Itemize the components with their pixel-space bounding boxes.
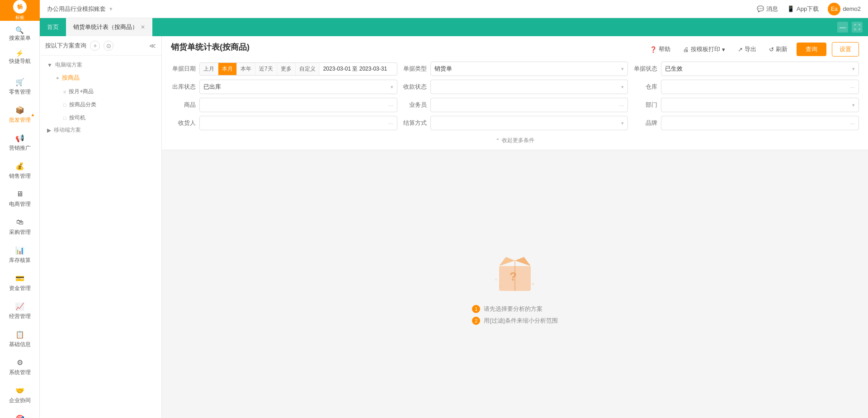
date-tab-this-month[interactable]: 本月: [218, 63, 237, 75]
product-ellipsis[interactable]: ···: [199, 98, 397, 112]
edit-scheme-btn[interactable]: ⊙: [104, 41, 113, 51]
message-icon: 💬: [757, 5, 764, 12]
settings-button[interactable]: 设置: [832, 42, 859, 57]
industry-dropdown-arrow[interactable]: ▾: [109, 5, 113, 12]
refresh-btn[interactable]: ↺ 刷新: [765, 43, 791, 55]
filter-field-status: 单据状态 已生效 ▾: [632, 62, 859, 76]
tab-minimize-btn[interactable]: —: [837, 22, 848, 33]
message-btn[interactable]: 💬 消息: [757, 5, 778, 13]
mobile-group-label[interactable]: ▶ 移动端方案: [40, 124, 161, 136]
tree-item-by-cashier[interactable]: □ 按司机: [40, 111, 161, 124]
filter-row-2: 出库状态 已出库 ▾ 收款状态 ▾ 仓库: [171, 80, 859, 94]
tab-sales-stat[interactable]: 销货单统计表（按商品） ✕: [66, 18, 152, 36]
sidebar-item-purchase[interactable]: 🛍 采购管理: [0, 213, 40, 241]
outbound-dropdown-arrow: ▾: [391, 84, 393, 90]
tab-sales-stat-label: 销货单统计表（按商品）: [73, 23, 138, 31]
date-tab-7days[interactable]: 近7天: [255, 63, 277, 75]
date-tab-this-year[interactable]: 本年: [237, 63, 255, 75]
sidebar-item-newbie[interactable]: 🎯 新手引导: [0, 409, 40, 418]
export-btn[interactable]: ↗ 导出: [734, 43, 760, 55]
tab-home[interactable]: 首页: [40, 18, 66, 36]
sidebar-item-ecommerce[interactable]: 🖥 电商管理: [0, 185, 40, 213]
empty-svg: ?: [488, 243, 542, 298]
tree-section: ▼ 电脑端方案 ● 按商品 ≡ 按月+商品 □ 按商品分类 □ 按司机: [40, 56, 161, 418]
basic-icon: 📋: [15, 329, 25, 339]
help-btn[interactable]: ❓ 帮助: [646, 43, 674, 55]
date-tabs-control[interactable]: 上月 本月 本年 近7天 更多 自定义 2023-03-01 至 2023-03…: [199, 62, 397, 76]
download-icon: 📱: [787, 5, 794, 12]
collapse-filter-arrow: ⌃: [495, 138, 500, 144]
recipient-label: 收货人: [171, 119, 196, 127]
collapse-panel-btn[interactable]: ≪: [149, 42, 156, 49]
date-tab-last-month[interactable]: 上月: [200, 63, 218, 75]
sidebar-item-retail[interactable]: 🛒 零售管理: [0, 72, 40, 100]
main-area: 办公用品行业模拟账套 ▾ 💬 消息 📱 App下载 Ea demo2 首页: [40, 0, 868, 418]
outbound-dropdown[interactable]: 已出库 ▾: [199, 80, 397, 94]
filter-field-dept: 部门 ▾: [632, 98, 859, 112]
tab-maximize-btn[interactable]: ⛶: [852, 22, 863, 33]
collapse-filter-btn[interactable]: ⌃ 收起更多条件: [171, 134, 859, 146]
desktop-group-label[interactable]: ▼ 电脑端方案: [40, 59, 161, 71]
filter-field-payment: 收款状态 ▾: [402, 80, 628, 94]
payment-dropdown-arrow: ▾: [621, 84, 624, 90]
help-icon: ❓: [650, 46, 657, 53]
brand-ellipsis-icon: ···: [850, 120, 855, 127]
sidebar-item-sales[interactable]: 💰 销售管理: [0, 157, 40, 185]
left-panel: 按以下方案查询 ＋ ⊙ ≪ ▼ 电脑端方案 ● 按商品 ≡ 按月+商品: [40, 36, 162, 418]
salesperson-ellipsis[interactable]: ···: [430, 98, 628, 112]
inventory-icon: 📊: [15, 245, 25, 255]
filter-field-recipient: 收货人 ···: [171, 116, 397, 130]
sidebar-item-operation[interactable]: 📈 经营管理: [0, 297, 40, 325]
warehouse-label: 仓库: [632, 83, 657, 91]
tab-home-label: 首页: [47, 23, 59, 31]
app-logo[interactable]: 畅 标账: [0, 0, 40, 21]
svg-point-3: [499, 285, 502, 288]
date-tab-more[interactable]: 更多: [277, 63, 296, 75]
top-header: 办公用品行业模拟账套 ▾ 💬 消息 📱 App下载 Ea demo2: [40, 0, 868, 18]
print-icon: 🖨: [683, 46, 689, 53]
brand-label: 品牌: [632, 119, 657, 127]
query-button[interactable]: 查询: [797, 43, 826, 56]
group-expand-arrow: ▼: [47, 62, 52, 68]
add-scheme-btn[interactable]: ＋: [90, 41, 100, 51]
type-dropdown[interactable]: 销货单 ▾: [430, 62, 628, 76]
svg-text:?: ?: [509, 270, 517, 283]
wholesale-arrow: ▲: [31, 112, 35, 117]
search-menu-btn[interactable]: 🔍 搜索菜单: [9, 21, 31, 46]
recipient-ellipsis[interactable]: ···: [199, 116, 397, 130]
quick-nav-btn[interactable]: ⚡ 快捷导航: [9, 46, 31, 69]
user-menu-btn[interactable]: Ea demo2: [828, 3, 861, 15]
content-area: 按以下方案查询 ＋ ⊙ ≪ ▼ 电脑端方案 ● 按商品 ≡ 按月+商品: [40, 36, 868, 418]
tree-item-by-category[interactable]: □ 按商品分类: [40, 98, 161, 111]
sidebar-item-marketing[interactable]: 📢 营销推广: [0, 128, 40, 157]
payment-dropdown[interactable]: ▾: [430, 80, 628, 94]
template-print-btn[interactable]: 🖨 按模板打印 ▾: [679, 43, 729, 55]
settlement-dropdown[interactable]: ▾: [430, 116, 628, 130]
empty-state: ? 1 请先选择要分析的方案 2 用[过滤]条件来缩小分析范围: [162, 150, 868, 418]
outbound-value: 已出库: [203, 83, 389, 91]
wholesale-icon: 📦: [15, 105, 25, 115]
status-dropdown[interactable]: 已生效 ▾: [661, 62, 859, 76]
type-value: 销货单: [434, 65, 620, 73]
date-tab-custom[interactable]: 自定义: [296, 63, 320, 75]
newbie-icon: 🎯: [15, 413, 25, 418]
dept-dropdown[interactable]: ▾: [661, 98, 859, 112]
sidebar-item-system[interactable]: ⚙ 系统管理: [0, 353, 40, 381]
tree-item-by-product[interactable]: ● 按商品: [40, 71, 161, 85]
avatar: Ea: [828, 3, 840, 15]
ecommerce-icon: 🖥: [15, 189, 25, 199]
empty-illustration: ?: [488, 243, 542, 298]
brand-ellipsis[interactable]: ···: [661, 116, 859, 130]
warehouse-ellipsis[interactable]: ···: [661, 80, 859, 94]
app-download-btn[interactable]: 📱 App下载: [787, 5, 819, 13]
sidebar-item-enterprise[interactable]: 🤝 企业协同: [0, 381, 40, 409]
cashier-icon: □: [63, 115, 66, 121]
sidebar-item-basic[interactable]: 📋 基础信息: [0, 325, 40, 353]
sidebar-item-finance[interactable]: 💳 资金管理: [0, 269, 40, 297]
svg-point-5: [532, 283, 534, 285]
sidebar-item-inventory[interactable]: 📊 库存核算: [0, 241, 40, 269]
tab-close-icon[interactable]: ✕: [141, 24, 145, 30]
tab-actions: — ⛶: [837, 22, 868, 33]
tree-item-by-month-product[interactable]: ≡ 按月+商品: [40, 85, 161, 98]
sidebar-item-wholesale[interactable]: 📦 批发管理 ▲: [0, 100, 40, 128]
